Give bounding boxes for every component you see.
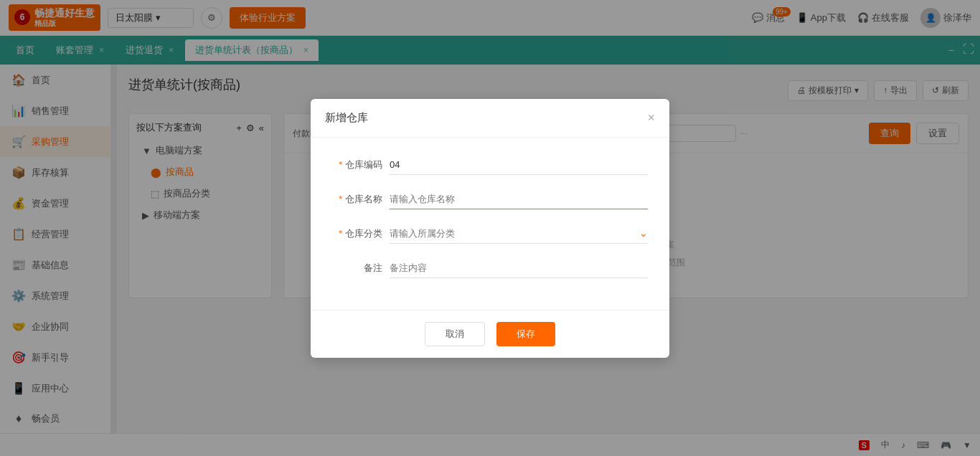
warehouse-code-input[interactable] xyxy=(390,155,648,175)
form-row-remark: 备注 xyxy=(332,258,648,278)
modal-overlay[interactable]: 新增仓库 × 仓库编码 仓库名称 仓库分类 ⌄ xyxy=(0,0,980,456)
remark-input[interactable] xyxy=(390,258,648,278)
name-label: 仓库名称 xyxy=(332,193,390,206)
category-input[interactable] xyxy=(390,224,639,243)
new-warehouse-modal: 新增仓库 × 仓库编码 仓库名称 仓库分类 ⌄ xyxy=(311,99,669,358)
category-dropdown-icon[interactable]: ⌄ xyxy=(639,227,648,239)
form-row-name: 仓库名称 xyxy=(332,189,648,209)
category-label: 仓库分类 xyxy=(332,227,390,240)
code-label: 仓库编码 xyxy=(332,158,390,171)
warehouse-name-input[interactable] xyxy=(390,189,648,209)
form-row-code: 仓库编码 xyxy=(332,155,648,175)
modal-header: 新增仓库 × xyxy=(311,99,669,138)
modal-body: 仓库编码 仓库名称 仓库分类 ⌄ 备注 xyxy=(311,138,669,310)
modal-close-button[interactable]: × xyxy=(647,110,655,125)
save-button[interactable]: 保存 xyxy=(496,322,555,346)
remark-label: 备注 xyxy=(332,262,390,275)
category-select-wrap: ⌄ xyxy=(390,224,648,244)
modal-title: 新增仓库 xyxy=(325,111,368,125)
form-row-category: 仓库分类 ⌄ xyxy=(332,224,648,244)
cancel-button[interactable]: 取消 xyxy=(425,322,485,346)
modal-footer: 取消 保存 xyxy=(311,310,669,358)
